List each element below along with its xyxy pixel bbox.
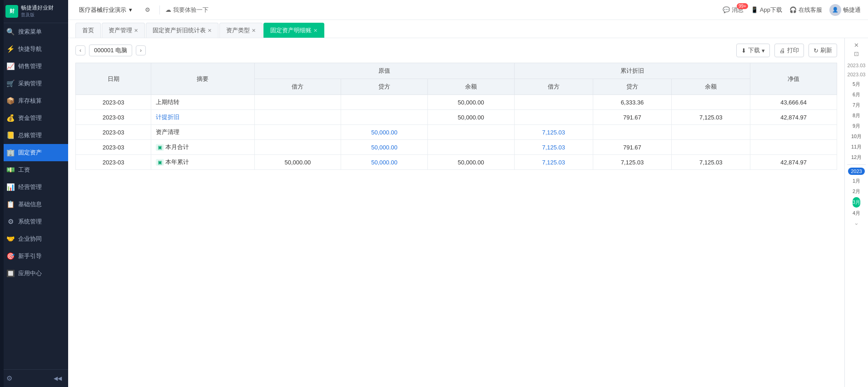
tab-asset-mgmt-close[interactable]: ✕ — [134, 28, 138, 34]
experience-button[interactable]: ☁ 我要体验一下 — [165, 6, 208, 14]
cell-balance1 — [427, 125, 514, 140]
sidebar-operations-icon: 📊 — [6, 183, 15, 191]
sidebar-item-inventory[interactable]: 📦库存核算 — [0, 92, 68, 109]
cell-credit1: 50,000.00 — [341, 140, 428, 155]
sidebar-fixed-assets-label: 固定资产 — [18, 149, 42, 157]
timeline-month-3月[interactable]: 3月 — [853, 197, 860, 208]
header-settings-button[interactable]: ⚙ — [141, 4, 154, 16]
timeline-divider — [847, 164, 866, 165]
asset-code-label: 000001 电脑 — [89, 45, 132, 56]
tab-depreciation-stat[interactable]: 固定资产折旧统计表✕ — [146, 23, 218, 38]
company-selector[interactable]: 医疗器械行业演示 ▾ — [75, 4, 136, 16]
sidebar-item-salary[interactable]: 💵工资 — [0, 161, 68, 179]
tab-asset-type[interactable]: 资产类型✕ — [219, 23, 263, 38]
cell-balance2 — [672, 95, 750, 110]
sidebar-item-ledger[interactable]: 📒总账管理 — [0, 127, 68, 144]
cell-net: 42,874.97 — [750, 155, 837, 170]
sidebar-quick-nav-icon: ⚡ — [6, 45, 15, 53]
prev-asset-button[interactable]: ‹ — [75, 45, 85, 55]
sidebar-item-guide[interactable]: 🎯新手引导 — [0, 248, 68, 265]
collapse-button[interactable]: ◀◀ — [54, 375, 62, 382]
timeline-month-8月[interactable]: 8月 — [851, 110, 862, 121]
app-download-label: App下载 — [760, 6, 782, 14]
sidebar-item-basic-info[interactable]: 📋基础信息 — [0, 196, 68, 213]
cell-debit2 — [514, 110, 593, 125]
sidebar-left-strip — [0, 0, 4, 387]
cell-credit1: 50,000.00 — [341, 125, 428, 140]
timeline-month-6月[interactable]: 6月 — [851, 89, 862, 100]
cell-balance1: 50,000.00 — [427, 95, 514, 110]
download-button[interactable]: ⬇ 下载 ▾ — [736, 44, 770, 57]
tab-asset-mgmt-label: 资产管理 — [109, 26, 132, 35]
row-summary-link[interactable]: 计提折旧 — [156, 114, 179, 120]
timeline-month-12月[interactable]: 12月 — [851, 152, 862, 163]
cell-debit2: 7,125.03 — [514, 155, 593, 170]
app-download-button[interactable]: 📱 App下载 — [751, 6, 782, 14]
sidebar-item-app-center[interactable]: 🔲应用中心 — [0, 265, 68, 282]
tab-asset-mgmt[interactable]: 资产管理✕ — [102, 23, 145, 38]
header-right: 💬 消息 99+ 📱 App下载 🎧 在线客服 👤 畅捷通 — [723, 4, 861, 16]
sidebar-item-quick-nav[interactable]: ⚡快捷导航 — [0, 40, 68, 58]
sidebar-item-search[interactable]: 🔍搜索菜单 — [0, 23, 68, 40]
cell-balance1: 50,000.00 — [427, 110, 514, 125]
cell-net — [750, 140, 837, 155]
cell-balance2 — [672, 125, 750, 140]
tab-asset-type-close[interactable]: ✕ — [252, 28, 256, 34]
sidebar-item-funds[interactable]: 💰资金管理 — [0, 109, 68, 127]
notification-button[interactable]: 💬 消息 99+ — [723, 6, 744, 14]
cell-summary: ▣本月合计 — [151, 140, 254, 155]
table-row: 2023-03 上期结转 50,000.00 6,333.36 43,666.6… — [76, 95, 837, 110]
sidebar-logo: 财 畅捷通好业财 普及版 — [0, 0, 68, 23]
cell-date: 2023-03 — [76, 95, 151, 110]
tab-home-label: 首页 — [82, 26, 94, 35]
cell-net: 42,874.97 — [750, 110, 837, 125]
col-credit2: 贷方 — [593, 79, 671, 95]
sidebar-item-fixed-assets[interactable]: 🏢固定资产 — [0, 144, 68, 161]
tab-home[interactable]: 首页 — [75, 23, 101, 38]
panel-close-button[interactable]: ✕ — [854, 42, 859, 49]
cell-credit2: 7,125.03 — [593, 155, 671, 170]
timeline-month-10月[interactable]: 10月 — [851, 131, 862, 142]
cell-balance2: 7,125.03 — [672, 155, 750, 170]
timeline-month-2月[interactable]: 2月 — [851, 186, 862, 197]
sidebar-ledger-icon: 📒 — [6, 131, 15, 139]
year-badge[interactable]: 2023 — [848, 168, 864, 175]
timeline-down-arrow[interactable]: ⌄ — [854, 219, 859, 226]
timeline-month-5月[interactable]: 5月 — [851, 79, 862, 89]
sidebar-bottom: ⚙ ◀◀ — [0, 369, 68, 387]
col-group-depreciation: 累计折旧 — [514, 63, 750, 79]
tab-depreciation-stat-close[interactable]: ✕ — [208, 28, 212, 34]
panel-expand-button[interactable]: ⊡ — [854, 50, 859, 57]
action-buttons: ⬇ 下载 ▾ 🖨 打印 ↻ 刷新 — [736, 44, 837, 57]
sidebar-inventory-icon: 📦 — [6, 97, 15, 105]
sidebar-item-purchase[interactable]: 🛒采购管理 — [0, 75, 68, 92]
timeline-month-7月[interactable]: 7月 — [851, 100, 862, 110]
experience-label: 我要体验一下 — [173, 6, 208, 14]
settings-icon[interactable]: ⚙ — [6, 374, 12, 382]
customer-service-button[interactable]: 🎧 在线客服 — [789, 6, 822, 14]
cell-date: 2023-03 — [76, 110, 151, 125]
sidebar-item-collab[interactable]: 🤝企业协同 — [0, 230, 68, 248]
timeline-month-9月[interactable]: 9月 — [851, 121, 862, 131]
next-asset-button[interactable]: › — [136, 45, 146, 55]
print-button[interactable]: 🖨 打印 — [774, 44, 804, 57]
user-profile[interactable]: 👤 畅捷通 — [829, 4, 861, 16]
tab-asset-detail[interactable]: 固定资产明细账✕ — [263, 23, 324, 38]
download-label: 下载 — [748, 46, 760, 55]
refresh-icon: ↻ — [813, 47, 818, 54]
sidebar-salary-icon: 💵 — [6, 166, 15, 174]
sidebar-salary-label: 工资 — [18, 166, 30, 174]
timeline-month-1月[interactable]: 1月 — [851, 176, 862, 186]
notification-badge: 99+ — [737, 3, 748, 9]
table-row: 2023-03 计提折旧 50,000.00 791.67 7,125.03 4… — [76, 110, 837, 125]
timeline-month-4月[interactable]: 4月 — [851, 208, 862, 218]
sidebar-item-sales[interactable]: 📈销售管理 — [0, 58, 68, 75]
logo-subtitle: 普及版 — [21, 12, 54, 18]
timeline-month-11月[interactable]: 11月 — [851, 142, 862, 152]
sidebar-item-operations[interactable]: 📊经营管理 — [0, 179, 68, 196]
refresh-button[interactable]: ↻ 刷新 — [808, 44, 837, 57]
tab-asset-detail-close[interactable]: ✕ — [313, 28, 317, 34]
sidebar-guide-icon: 🎯 — [6, 252, 15, 260]
row-tag: ▣ — [156, 144, 164, 151]
sidebar-item-system[interactable]: ⚙系统管理 — [0, 213, 68, 230]
